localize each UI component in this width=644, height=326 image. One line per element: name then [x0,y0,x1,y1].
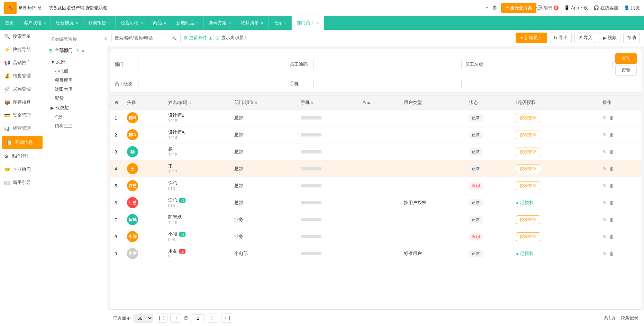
first-page-btn[interactable]: |〈 [156,314,167,323]
edit-icon[interactable]: ✎ [602,149,607,155]
close-icon[interactable]: × [44,21,46,25]
edit-icon[interactable]: ✎ [602,234,607,239]
close-icon[interactable]: × [317,21,319,25]
th-phone[interactable]: 手机 [297,96,358,109]
close-icon[interactable]: × [76,21,78,25]
user-item[interactable]: 👤 用友 [624,5,640,11]
dept-item-head[interactable]: ▼ 总部 [45,57,107,67]
sidebar-item-guide[interactable]: 📖 新手引导 [0,176,45,189]
delete-icon[interactable]: 🗑 [609,234,614,239]
help-button[interactable]: 帮助 [623,33,640,43]
employee-status-select[interactable] [138,79,286,88]
dept-child-xiaodibu[interactable]: 小电部 [45,67,107,76]
view-button[interactable]: ▶ 视频 [599,33,620,43]
employee-name-input[interactable] [489,60,613,69]
sidebar-item-basic[interactable]: 📋 基础信息 [2,136,43,149]
query-button[interactable]: 查询 [615,53,637,64]
dept-collapse-btn[interactable]: » [82,48,84,53]
delete-icon[interactable]: 🗑 [609,217,614,222]
tab-barcode[interactable]: 条码方案 × [204,16,236,30]
auth-btn[interactable]: 授权登录 [516,215,540,224]
close-icon[interactable]: × [108,21,110,25]
edit-icon[interactable]: ✎ [602,217,607,222]
trial-button[interactable]: 体验行业方案 [501,3,536,13]
sidebar-item-shortcut[interactable]: ⚡ 快捷导航 [0,43,45,56]
sidebar-item-marketing[interactable]: 📢 营销推广 [0,56,45,69]
dept-child-zhishu[interactable]: 植树王三 [45,122,107,131]
table-settings-icon[interactable]: ⚙ [115,100,119,105]
auth-btn[interactable]: 授权登录 [516,165,540,173]
tab-operation[interactable]: 经营情况 × [51,16,83,30]
sidebar-item-sales[interactable]: 💰 销售管理 [0,69,45,82]
dept-edit-icon[interactable]: ✎ [76,48,80,53]
message-item[interactable]: 💬 消息 6 [536,5,559,11]
sidebar-item-operation[interactable]: 📊 经营管理 [0,122,45,135]
dept-child-zongbu[interactable]: 总部 [45,113,107,122]
close-icon[interactable]: × [140,21,143,25]
delete-icon[interactable]: 🗑 [609,115,614,121]
delete-icon[interactable]: 🗑 [609,200,614,205]
dept-item-shuanghu[interactable]: ▶ 双虎想 [45,103,107,113]
tab-profit[interactable]: 利润报告 × [83,16,116,30]
page-size-select[interactable]: 50 20 100 [134,314,153,323]
settings-icon[interactable]: ⚙ [492,5,497,11]
edit-icon[interactable]: ✎ [602,166,607,171]
sidebar-item-collab[interactable]: 🤝 企业协同 [0,163,45,176]
th-name[interactable]: 姓名/编码 [164,96,230,109]
dept-filter-select[interactable] [138,60,286,69]
dept-child-shenyang[interactable]: 沈阳大库 [45,85,107,94]
auth-info-icon[interactable]: ℹ [516,100,518,105]
add-employee-button[interactable]: + 新增员工 [516,33,547,43]
next-page-btn[interactable]: 〉 [208,314,218,323]
close-icon[interactable]: × [229,21,231,25]
delete-icon[interactable]: 🗑 [609,149,614,155]
tab-department[interactable]: 部门员工 × [292,16,324,30]
phone-input[interactable] [313,79,461,88]
auth-btn[interactable]: 授权登录 [516,182,540,190]
sidebar-item-purchase[interactable]: 🛒 采购管理 [0,82,45,96]
close-icon[interactable]: × [284,21,287,25]
page-number-input[interactable] [191,314,205,322]
tab-new-goods[interactable]: 新增商品 × [171,16,203,30]
close-icon[interactable]: × [164,21,166,25]
auth-btn[interactable]: 授权登录 [516,131,540,139]
sidebar-item-search[interactable]: 🔍 搜索菜单 [0,30,45,43]
settings-form-button[interactable]: 设置 [615,65,637,76]
edit-icon[interactable]: ✎ [602,115,607,121]
tab-history[interactable]: 经营历程 × [116,16,148,30]
all-dept-title[interactable]: 全部部门 [55,47,73,54]
tab-customer[interactable]: 客户联络 × [19,16,51,30]
dept-child-project[interactable]: 项目库房 [45,76,107,85]
tab-bom[interactable]: 物料清单 × [236,16,268,30]
tab-home[interactable]: 首页 [0,16,19,30]
tab-warehouse[interactable]: 仓库 × [269,16,292,30]
th-dept[interactable]: 部门/职位 [230,96,297,109]
edit-icon[interactable]: ✎ [602,251,607,256]
dept-search-input[interactable] [51,37,103,42]
close-icon[interactable]: × [261,21,263,25]
import-button[interactable]: ↺ 导入 [574,33,596,43]
online-service-item[interactable]: 🎧 在线客服 [593,5,618,11]
delete-icon[interactable]: 🗑 [609,166,614,171]
delete-icon[interactable]: 🗑 [609,132,614,138]
dept-child-peihuo[interactable]: 配货 [45,94,107,103]
app-download-item[interactable]: 📱 App下载 [564,5,588,11]
edit-icon[interactable]: ✎ [602,132,607,138]
sidebar-item-inventory[interactable]: 📦 库存核算 [0,96,45,109]
sidebar-item-finance[interactable]: 💳 资金管理 [0,109,45,122]
auth-btn[interactable]: 授权登录 [516,148,540,156]
employee-code-input[interactable] [313,60,461,69]
prev-page-btn[interactable]: 〈 [170,314,181,323]
last-page-btn[interactable]: 〉| [221,314,233,323]
edit-icon[interactable]: ✎ [602,200,607,205]
sidebar-item-system[interactable]: ⚙ 系统管理 [0,150,45,163]
tab-goods[interactable]: 商品 × [148,16,171,30]
close-icon[interactable]: × [196,21,198,25]
delete-icon[interactable]: 🗑 [609,251,614,256]
system-dropdown-arrow[interactable]: ▼ [485,6,489,10]
auth-btn[interactable]: 授权登录 [516,114,540,122]
search-toolbar-input[interactable] [115,35,170,41]
delete-icon[interactable]: 🗑 [609,183,614,188]
th-settings[interactable]: ⚙ [110,96,123,109]
export-button[interactable]: ↻ 导出 [550,33,572,43]
